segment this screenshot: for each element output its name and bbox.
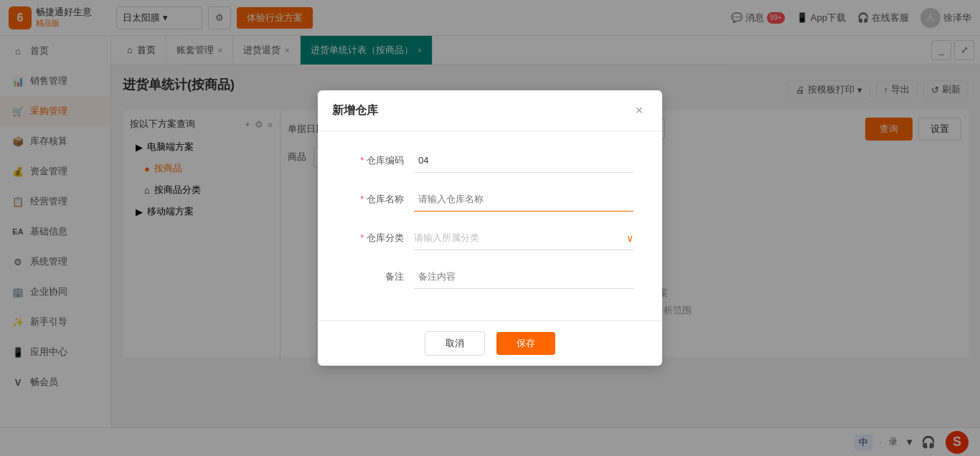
category-label: 仓库分类: [347, 232, 404, 244]
form-row-note: 备注: [347, 265, 633, 289]
save-button[interactable]: 保存: [496, 332, 555, 355]
category-chevron-icon: ∨: [626, 232, 633, 244]
dialog-footer: 取消 保存: [318, 320, 662, 366]
code-label: 仓库编码: [347, 154, 404, 167]
dialog-close-btn[interactable]: ×: [631, 102, 648, 119]
form-row-category: 仓库分类 请输入所属分类 ∨: [347, 226, 633, 250]
category-select[interactable]: 请输入所属分类 ∨: [414, 226, 633, 250]
form-row-name: 仓库名称: [347, 187, 633, 212]
dialog-title: 新增仓库: [332, 103, 378, 118]
code-input[interactable]: [414, 148, 633, 173]
form-row-code: 仓库编码: [347, 148, 633, 173]
dialog-body: 仓库编码 仓库名称 仓库分类 请输入所属分类 ∨: [318, 131, 662, 320]
dialog-overlay: 新增仓库 × 仓库编码 仓库名称 仓库分类: [0, 0, 980, 456]
note-label: 备注: [347, 270, 404, 283]
note-input[interactable]: [414, 265, 633, 289]
dialog-header: 新增仓库 ×: [318, 90, 662, 131]
new-warehouse-dialog: 新增仓库 × 仓库编码 仓库名称 仓库分类: [318, 90, 662, 366]
cancel-button[interactable]: 取消: [425, 331, 485, 356]
category-placeholder: 请输入所属分类: [414, 232, 479, 244]
name-label: 仓库名称: [347, 193, 404, 206]
name-input[interactable]: [414, 187, 633, 212]
